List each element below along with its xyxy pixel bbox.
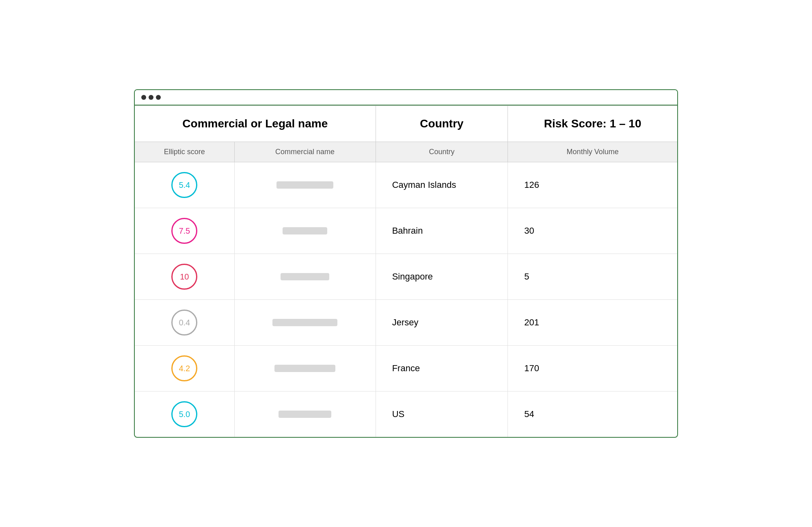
table-row: 10 Singapore5	[135, 254, 677, 300]
score-circle: 4.2	[171, 355, 197, 381]
country-value: US	[392, 409, 405, 419]
country-cell: Bahrain	[376, 208, 508, 254]
app-window: Commercial or Legal name Country Risk Sc…	[134, 89, 678, 438]
score-cell: 4.2	[135, 346, 234, 391]
volume-cell: 5	[508, 254, 677, 300]
col3-header: Risk Score: 1 – 10	[508, 106, 677, 142]
country-cell: France	[376, 346, 508, 391]
main-table: Commercial or Legal name Country Risk Sc…	[135, 105, 677, 437]
score-value: 5.0	[179, 410, 190, 419]
volume-value: 30	[524, 226, 534, 236]
score-circle: 7.5	[171, 218, 197, 244]
dot-1	[141, 95, 146, 100]
header-row: Commercial or Legal name Country Risk Sc…	[135, 106, 677, 142]
score-value: 4.2	[179, 364, 190, 373]
volume-cell: 170	[508, 346, 677, 391]
dot-2	[149, 95, 153, 100]
table-row: 4.2 France170	[135, 346, 677, 391]
score-value: 10	[180, 272, 189, 282]
redacted-bar	[283, 227, 327, 234]
volume-cell: 30	[508, 208, 677, 254]
subheader-volume: Monthly Volume	[508, 142, 677, 162]
score-circle: 5.0	[171, 401, 197, 427]
score-value: 7.5	[179, 226, 190, 236]
table-row: 0.4 Jersey201	[135, 300, 677, 346]
country-value: Jersey	[392, 317, 419, 327]
table-row: 7.5 Bahrain30	[135, 208, 677, 254]
volume-value: 54	[524, 409, 534, 419]
score-circle: 5.4	[171, 172, 197, 198]
subheader-elliptic: Elliptic score	[135, 142, 234, 162]
subheader-country: Country	[376, 142, 508, 162]
window-dots	[141, 95, 671, 100]
country-value: Cayman Islands	[392, 180, 456, 190]
score-circle: 0.4	[171, 310, 197, 336]
subheader-commercial: Commercial name	[234, 142, 376, 162]
name-cell	[234, 208, 376, 254]
score-circle: 10	[171, 264, 197, 290]
country-value: Singapore	[392, 271, 433, 282]
score-cell: 5.4	[135, 162, 234, 208]
country-cell: Singapore	[376, 254, 508, 300]
volume-cell: 126	[508, 162, 677, 208]
name-cell	[234, 254, 376, 300]
col1-header: Commercial or Legal name	[135, 106, 376, 142]
redacted-bar	[272, 319, 337, 326]
redacted-bar	[276, 181, 333, 189]
name-cell	[234, 391, 376, 437]
score-cell: 7.5	[135, 208, 234, 254]
score-cell: 10	[135, 254, 234, 300]
country-value: Bahrain	[392, 226, 423, 236]
volume-value: 170	[524, 363, 539, 373]
name-cell	[234, 346, 376, 391]
volume-cell: 54	[508, 391, 677, 437]
redacted-bar	[274, 365, 335, 372]
country-cell: US	[376, 391, 508, 437]
country-cell: Cayman Islands	[376, 162, 508, 208]
volume-value: 5	[524, 271, 529, 282]
subheader-row: Elliptic score Commercial name Country M…	[135, 142, 677, 162]
redacted-bar	[281, 273, 329, 280]
table-row: 5.4 Cayman Islands126	[135, 162, 677, 208]
score-value: 5.4	[179, 181, 190, 190]
score-cell: 5.0	[135, 391, 234, 437]
redacted-bar	[279, 411, 331, 418]
title-bar	[135, 90, 677, 105]
volume-value: 201	[524, 317, 539, 327]
name-cell	[234, 300, 376, 346]
dot-3	[156, 95, 161, 100]
score-cell: 0.4	[135, 300, 234, 346]
score-value: 0.4	[179, 318, 190, 327]
col2-header: Country	[376, 106, 508, 142]
table-row: 5.0 US54	[135, 391, 677, 437]
volume-value: 126	[524, 180, 539, 190]
country-cell: Jersey	[376, 300, 508, 346]
country-value: France	[392, 363, 420, 373]
name-cell	[234, 162, 376, 208]
volume-cell: 201	[508, 300, 677, 346]
